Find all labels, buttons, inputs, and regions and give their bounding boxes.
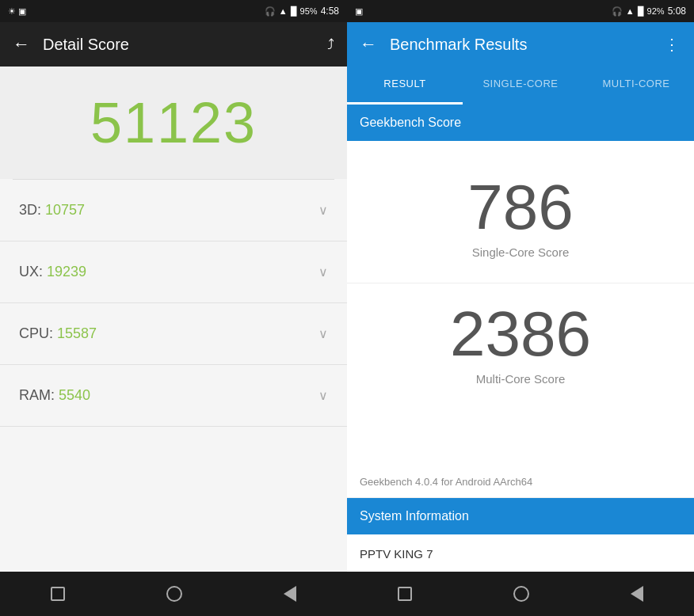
- back-button-left[interactable]: ←: [13, 34, 30, 55]
- photo-icon: ▣: [18, 6, 26, 17]
- right-status-right-group: 🎧 ▲ ▉ 92% 5:08: [612, 6, 686, 17]
- geekbench-footer: Geekbench 4.0.4 for Android AArch64: [347, 466, 694, 498]
- page-title-right: Benchmark Results: [390, 36, 651, 54]
- page-title-left: Detail Score: [43, 36, 315, 54]
- score-ram-label: RAM:: [19, 387, 55, 403]
- single-core-score: 786: [467, 173, 573, 242]
- score-cpu-text: CPU: 15587: [19, 325, 97, 342]
- battery-left: 95%: [300, 6, 318, 16]
- device-name-row: PPTV KING 7: [347, 534, 694, 572]
- benchmark-content: 786 Single-Core Score 2386 Multi-Core Sc…: [347, 141, 694, 466]
- single-core-block: 786 Single-Core Score: [347, 157, 694, 283]
- nav-back-right[interactable]: [631, 586, 643, 602]
- wifi-icon-right: ▲: [626, 6, 635, 16]
- geekbench-section-header: Geekbench Score: [347, 105, 694, 141]
- sun-icon: ☀: [8, 6, 16, 17]
- right-left-status-icons: ▣: [355, 6, 607, 17]
- share-icon[interactable]: ⤴: [327, 36, 334, 53]
- chevron-3d: ∨: [318, 203, 328, 218]
- score-3d-label: 3D:: [19, 202, 41, 218]
- status-bar-right: ▣ 🎧 ▲ ▉ 92% 5:08: [347, 0, 694, 22]
- tab-multi-core[interactable]: MULTI-CORE: [578, 67, 694, 105]
- score-ux-value: 19239: [47, 264, 86, 279]
- tab-result[interactable]: RESULT: [347, 67, 463, 105]
- single-core-label: Single-Core Score: [472, 245, 570, 259]
- signal-icon-right: ▉: [638, 6, 644, 17]
- status-bar-left: ☀ ▣ 🎧 ▲ ▉ 95% 4:58: [0, 0, 347, 22]
- score-ux-label: UX:: [19, 264, 43, 279]
- battery-right: 92%: [647, 6, 665, 16]
- nav-home-right[interactable]: [513, 586, 529, 602]
- photo-icon-right: ▣: [355, 6, 363, 17]
- headphone-icon-right: 🎧: [612, 6, 623, 17]
- chevron-ux: ∨: [318, 264, 328, 279]
- main-score: 51123: [90, 90, 257, 155]
- score-row-cpu[interactable]: CPU: 15587 ∨: [0, 303, 347, 365]
- score-ux-text: UX: 19239: [19, 264, 86, 280]
- bottom-nav-left: [0, 572, 347, 616]
- score-ram-text: RAM: 5540: [19, 387, 90, 404]
- multi-core-label: Multi-Core Score: [476, 372, 566, 386]
- device-name-value: PPTV KING 7: [360, 547, 681, 561]
- back-button-right[interactable]: ←: [360, 34, 377, 55]
- top-bar-right: ← Benchmark Results ⋮: [347, 22, 694, 67]
- chevron-ram: ∨: [318, 388, 328, 403]
- score-cpu-value: 15587: [57, 325, 97, 341]
- tab-bar: RESULT SINGLE-CORE MULTI-CORE: [347, 67, 694, 105]
- tab-single-core[interactable]: SINGLE-CORE: [463, 67, 578, 105]
- score-3d-value: 10757: [45, 202, 85, 218]
- time-left: 4:58: [321, 6, 339, 17]
- score-row-ram[interactable]: RAM: 5540 ∨: [0, 365, 347, 427]
- left-panel: ☀ ▣ 🎧 ▲ ▉ 95% 4:58 ← Detail Score ⤴ 5112…: [0, 0, 347, 616]
- nav-home-left[interactable]: [166, 586, 182, 602]
- more-icon[interactable]: ⋮: [664, 35, 681, 54]
- time-right: 5:08: [668, 6, 686, 17]
- score-cpu-label: CPU:: [19, 325, 53, 341]
- nav-back-left[interactable]: [284, 586, 296, 602]
- wifi-icon: ▲: [279, 6, 288, 16]
- score-section: 51123: [0, 67, 347, 179]
- right-panel: ▣ 🎧 ▲ ▉ 92% 5:08 ← Benchmark Results ⋮ R…: [347, 0, 694, 616]
- score-3d-text: 3D: 10757: [19, 202, 85, 219]
- score-row-ux[interactable]: UX: 19239 ∨: [0, 241, 347, 303]
- top-bar-left: ← Detail Score ⤴: [0, 22, 347, 67]
- bottom-nav-right: [347, 572, 694, 616]
- score-row-3d[interactable]: 3D: 10757 ∨: [0, 180, 347, 241]
- nav-recents-left[interactable]: [51, 587, 65, 601]
- signal-icon: ▉: [291, 6, 297, 17]
- chevron-cpu: ∨: [318, 326, 328, 341]
- multi-core-block: 2386 Multi-Core Score: [347, 283, 694, 409]
- headphone-icon: 🎧: [265, 6, 276, 17]
- score-ram-value: 5540: [59, 387, 90, 403]
- left-status-icons: ☀ ▣: [8, 6, 260, 17]
- nav-recents-right[interactable]: [398, 587, 412, 601]
- multi-core-score: 2386: [450, 299, 591, 369]
- system-info-header: System Information: [347, 498, 694, 534]
- right-status-group: 🎧 ▲ ▉ 95% 4:58: [265, 6, 339, 17]
